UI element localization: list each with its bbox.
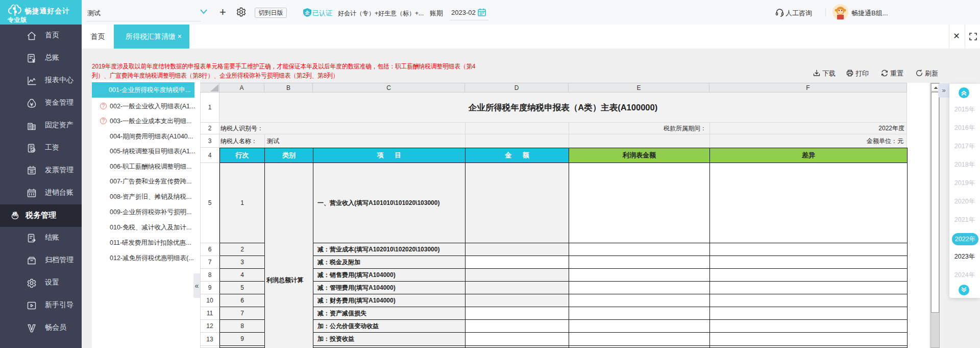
svg-text:税: 税 (12, 211, 18, 217)
svg-text:企: 企 (305, 10, 310, 15)
